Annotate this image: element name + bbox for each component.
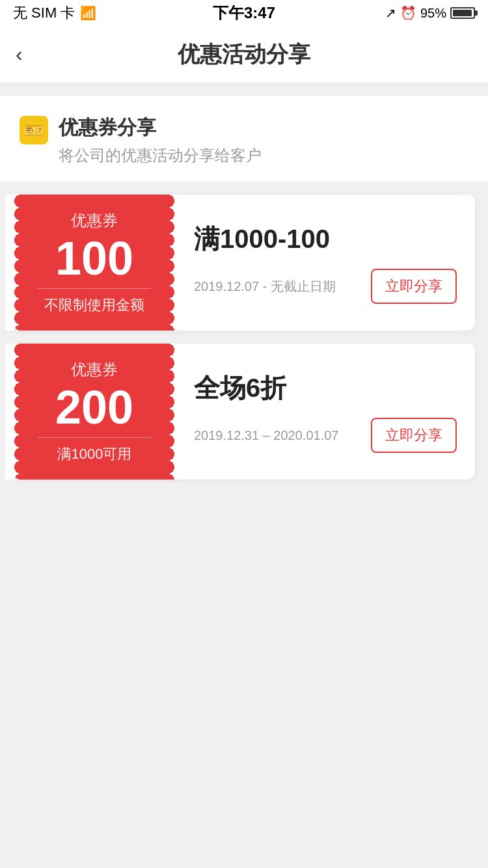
coupon-right-1: 满1000-100 2019.12.07 - 无截止日期 立即分享 [176,195,475,331]
nav-bar: ‹ 优惠活动分享 [0,26,488,83]
back-button[interactable]: ‹ [16,42,23,66]
status-time: 下午3:47 [213,3,275,23]
coupon-divider-1 [38,288,151,289]
coupon-left-1: 优惠券 100 不限制使用金额 [13,195,176,331]
coupon-name-2: 全场6折 [194,370,457,406]
coupon-date-2: 2019.12.31 – 2020.01.07 [194,428,364,443]
coupon-condition-2: 满1000可用 [57,444,132,464]
coupon-bottom-row-1: 2019.12.07 - 无截止日期 立即分享 [194,269,457,304]
battery-percent: 95% [420,6,446,21]
section-header: 🎫 优惠券分享 将公司的优惠活动分享给客户 [0,96,488,182]
coupon-card-1: 优惠券 100 不限制使用金额 满1000-100 2019.12.07 - 无… [13,195,475,331]
coupon-share-icon: 🎫 [20,116,48,144]
share-button-2[interactable]: 立即分享 [371,418,457,453]
coupon-label-2: 优惠券 [71,359,118,380]
alarm-icon: ⏰ [400,5,416,21]
section-subtitle: 将公司的优惠活动分享给客户 [59,145,262,166]
share-button-1[interactable]: 立即分享 [371,269,457,304]
coupon-condition-1: 不限制使用金额 [44,295,144,315]
coupon-left-2: 优惠券 200 满1000可用 [13,344,176,480]
status-left: 无 SIM 卡 📶 [13,3,96,23]
battery-icon [450,7,475,19]
coupon-date-1: 2019.12.07 - 无截止日期 [194,278,364,295]
coupon-amount-2: 200 [55,384,133,431]
coupon-right-2: 全场6折 2019.12.31 – 2020.01.07 立即分享 [176,344,475,480]
carrier-text: 无 SIM 卡 [13,3,75,23]
coupon-card-2: 优惠券 200 满1000可用 全场6折 2019.12.31 – 2020.0… [13,344,475,480]
section-text: 优惠券分享 将公司的优惠活动分享给客户 [59,115,262,166]
coupon-list: 优惠券 100 不限制使用金额 满1000-100 2019.12.07 - 无… [0,195,488,480]
coupon-label-1: 优惠券 [71,210,118,231]
coupon-amount-1: 100 [55,235,133,282]
nav-title: 优惠活动分享 [178,40,310,70]
location-icon: ↗ [385,5,396,21]
status-right: ↗ ⏰ 95% [385,5,475,21]
status-bar: 无 SIM 卡 📶 下午3:47 ↗ ⏰ 95% [0,0,488,26]
coupon-name-1: 满1000-100 [194,221,457,257]
section-title: 优惠券分享 [59,115,262,141]
wifi-icon: 📶 [80,5,96,21]
coupon-divider-2 [38,437,151,438]
coupon-bottom-row-2: 2019.12.31 – 2020.01.07 立即分享 [194,418,457,453]
